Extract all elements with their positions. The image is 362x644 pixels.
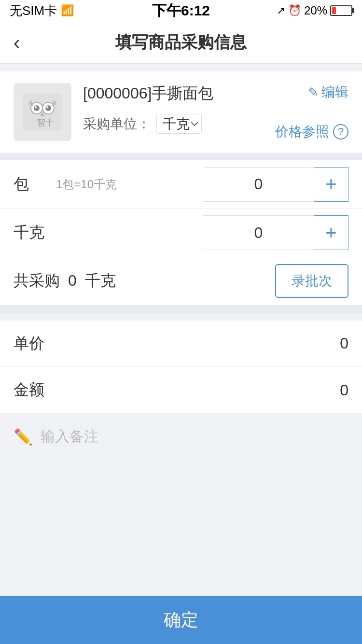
product-image: 智十 xyxy=(14,83,71,141)
location-icon: ↗ xyxy=(277,4,285,17)
nav-bar: ‹ 填写商品采购信息 xyxy=(0,21,362,64)
svg-text:智十: 智十 xyxy=(37,118,54,127)
notes-section[interactable]: ✏️ 输入备注 xyxy=(0,413,362,460)
battery-fill xyxy=(332,7,336,14)
status-right: ↗ ⏰ 20% xyxy=(277,4,352,17)
svg-point-3 xyxy=(34,105,40,111)
back-button[interactable]: ‹ xyxy=(14,33,20,52)
product-card: 智十 [0000006]手撕面包 采购单位： 千克 包 ✎ 编辑 价格参照 ? xyxy=(0,71,362,153)
confirm-button[interactable]: 确定 xyxy=(0,596,362,644)
summary-prefix: 共采购 xyxy=(14,272,60,289)
svg-point-4 xyxy=(45,105,51,111)
bag-input-controls: + xyxy=(203,167,348,202)
kg-label: 千克 xyxy=(14,222,52,243)
amount-row: 金额 0 xyxy=(0,367,362,413)
svg-point-5 xyxy=(35,106,37,108)
edit-icon: ✎ xyxy=(308,85,319,100)
unit-select[interactable]: 千克 包 xyxy=(156,114,202,134)
section-divider-1 xyxy=(0,153,362,160)
product-thumbnail: 智十 xyxy=(23,93,62,131)
edit-label: 编辑 xyxy=(321,83,348,101)
unit-price-label: 单价 xyxy=(14,333,44,354)
record-batch-button[interactable]: 录批次 xyxy=(275,264,348,298)
status-time: 下午6:12 xyxy=(152,1,210,21)
price-ref-button[interactable]: 价格参照 ? xyxy=(275,123,348,141)
battery-icon xyxy=(330,5,352,16)
unit-label: 采购单位： xyxy=(83,115,151,133)
pencil-icon: ✏️ xyxy=(14,428,33,446)
svg-point-6 xyxy=(46,106,48,108)
bag-plus-button[interactable]: + xyxy=(314,167,348,202)
kg-plus-button[interactable]: + xyxy=(314,215,348,250)
kg-input-controls: + xyxy=(203,215,348,250)
bag-sublabel: 1包=10千克 xyxy=(56,177,203,192)
owl-logo-icon: 智十 xyxy=(23,93,62,131)
unit-price-value: 0 xyxy=(340,335,348,352)
unit-price-row: 单价 0 xyxy=(0,321,362,367)
status-bar: 无SIM卡 📶 下午6:12 ↗ ⏰ 20% xyxy=(0,0,362,21)
price-ref-label: 价格参照 xyxy=(275,123,329,141)
bag-input-row: 包 1包=10千克 + xyxy=(0,160,362,209)
summary-row: 共采购 0 千克 录批次 xyxy=(0,257,362,305)
section-divider-2 xyxy=(0,305,362,313)
notes-placeholder: 输入备注 xyxy=(41,427,98,447)
wifi-icon: 📶 xyxy=(61,4,74,17)
edit-button[interactable]: ✎ 编辑 xyxy=(308,83,348,101)
status-left: 无SIM卡 📶 xyxy=(10,2,74,19)
summary-unit: 千克 xyxy=(85,272,116,289)
battery-percent: 20% xyxy=(304,4,327,17)
alarm-icon: ⏰ xyxy=(288,4,301,17)
input-section: 包 1包=10千克 + 千克 + xyxy=(0,160,362,257)
help-icon: ? xyxy=(333,124,348,140)
price-section: 单价 0 金额 0 xyxy=(0,321,362,413)
carrier-label: 无SIM卡 xyxy=(10,2,57,19)
bottom-spacer xyxy=(0,460,362,508)
summary-value: 0 xyxy=(68,272,77,289)
summary-text: 共采购 0 千克 xyxy=(14,270,116,292)
amount-value: 0 xyxy=(340,381,348,399)
bag-quantity-input[interactable] xyxy=(203,167,314,202)
kg-input-row: 千克 + xyxy=(0,209,362,257)
kg-quantity-input[interactable] xyxy=(203,215,314,250)
amount-label: 金额 xyxy=(14,379,44,401)
bag-label: 包 xyxy=(14,174,52,195)
page-title: 填写商品采购信息 xyxy=(115,31,247,54)
